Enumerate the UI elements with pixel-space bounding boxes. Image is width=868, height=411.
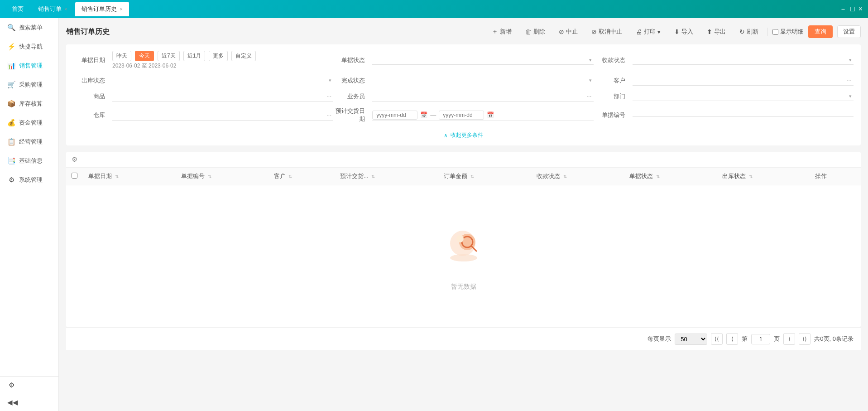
collapse-arrow-icon: ∧ — [444, 132, 448, 139]
query-button[interactable]: 查询 — [808, 25, 833, 38]
sidebar-item-quick-nav[interactable]: ⚡ 快捷导航 — [0, 37, 58, 56]
maximize-button[interactable]: □ — [850, 5, 855, 13]
col-order-amount-sort[interactable]: ⇅ — [470, 174, 474, 179]
date-range-display: 2023-06-02 至 2023-06-02 — [112, 62, 333, 70]
filter-row-4: 仓库 ··· 预计交货日期 📅 — 📅 — [73, 107, 854, 123]
sidebar-collapse[interactable]: ◀◀ — [0, 394, 58, 411]
table-toolbar-row: ⚙ — [66, 152, 861, 168]
warehouse-dots[interactable]: ··· — [326, 111, 332, 119]
sidebar-item-system[interactable]: ⚙ 系统管理 — [0, 170, 58, 189]
payment-status-control[interactable]: ▾ — [633, 56, 854, 65]
tab-home[interactable]: 首页 — [5, 2, 30, 16]
complete-status-control[interactable]: ▾ — [372, 76, 593, 85]
tab-sales-history-close[interactable]: × — [120, 6, 122, 12]
delete-button[interactable]: 🗑 删除 — [521, 25, 550, 38]
empty-icon — [441, 222, 486, 276]
delivery-date-label: 预计交货日期 — [333, 107, 365, 123]
cancel-stop-button[interactable]: ⊘ 取消中止 — [587, 25, 627, 38]
settings-button[interactable]: 设置 — [837, 25, 861, 38]
minimize-button[interactable]: － — [839, 5, 847, 14]
window-controls: － □ × — [839, 5, 863, 14]
col-bill-status-sort[interactable]: ⇅ — [656, 174, 660, 179]
tab-sales-order-close[interactable]: × — [64, 6, 67, 12]
filter-stock-status: 出库状态 ▾ — [73, 76, 333, 85]
date-btn-more[interactable]: 更多 — [209, 51, 228, 61]
page-size-select[interactable]: 10 20 50 100 — [675, 334, 707, 345]
sidebar-item-inventory[interactable]: 📦 库存核算 — [0, 94, 58, 113]
col-bill-number-sort[interactable]: ⇅ — [208, 174, 211, 179]
last-page-button[interactable]: ⟩⟩ — [799, 333, 810, 345]
col-payment-status-sort[interactable]: ⇅ — [563, 174, 567, 179]
purchase-mgmt-icon: 🛒 — [7, 81, 15, 89]
col-payment-status-label: 收款状态 — [537, 173, 560, 179]
sidebar-item-inventory-label: 库存核算 — [19, 100, 43, 108]
date-from: 2023-06-02 — [112, 63, 140, 69]
sidebar-item-operations[interactable]: 📋 经营管理 — [0, 132, 58, 151]
delivery-date-from-calendar-icon[interactable]: 📅 — [420, 111, 427, 118]
display-cols-checkbox[interactable]: 显示明细 — [772, 28, 804, 36]
sales-rep-control[interactable]: ··· — [372, 91, 593, 102]
bill-status-control[interactable]: ▾ — [372, 56, 593, 65]
delivery-date-to-calendar-icon[interactable]: 📅 — [487, 111, 494, 118]
sidebar-item-base-info[interactable]: 📑 基础信息 — [0, 151, 58, 170]
sidebar-item-purchase-mgmt[interactable]: 🛒 采购管理 — [0, 75, 58, 94]
col-checkbox — [66, 168, 83, 185]
customer-dots[interactable]: ··· — [846, 77, 852, 84]
col-bill-status-label: 单据状态 — [629, 173, 653, 179]
import-button[interactable]: ⬇ 导入 — [670, 25, 698, 38]
new-button[interactable]: ＋ 新增 — [487, 25, 516, 38]
sidebar-settings-gear[interactable]: ⚙ — [0, 377, 58, 394]
collapse-label: 收起更多条件 — [451, 131, 483, 139]
goods-control[interactable]: ··· — [112, 91, 333, 102]
svg-point-5 — [456, 235, 464, 242]
export-button[interactable]: ⬆ 导出 — [702, 25, 730, 38]
display-cols-input[interactable] — [772, 29, 778, 35]
print-button[interactable]: 🖨 打印 ▾ — [631, 25, 665, 38]
delivery-date-range-separator: — — [430, 111, 436, 118]
date-to: 2023-06-02 — [149, 63, 176, 69]
col-stock-status-sort[interactable]: ⇅ — [749, 174, 753, 179]
date-btn-today[interactable]: 今天 — [135, 51, 154, 61]
main-content: 销售订单历史 ＋ 新增 🗑 删除 ⊘ 中止 ⊘ 取消中止 — [59, 18, 868, 411]
delivery-date-from[interactable] — [372, 111, 417, 120]
table-settings-icon[interactable]: ⚙ — [72, 155, 77, 164]
bill-number-control[interactable] — [633, 114, 854, 117]
filter-customer: 客户 ··· — [594, 75, 854, 86]
collapse-bar[interactable]: ∧ 收起更多条件 — [73, 129, 854, 139]
query-button-label: 查询 — [815, 28, 826, 36]
sidebar-item-search-menu[interactable]: 🔍 搜索菜单 — [0, 18, 58, 37]
department-control[interactable]: ▾ — [633, 92, 854, 101]
col-customer-sort[interactable]: ⇅ — [288, 174, 292, 179]
select-all-checkbox[interactable] — [72, 173, 77, 179]
sidebar-item-finance[interactable]: 💰 资金管理 — [0, 113, 58, 132]
empty-state: 暂无数据 — [66, 185, 861, 327]
delivery-date-to[interactable] — [439, 111, 484, 120]
col-order-amount: 订单金额 ⇅ — [438, 168, 531, 185]
sidebar-item-sales-mgmt[interactable]: 📊 销售管理 — [0, 56, 58, 75]
date-btn-1month[interactable]: 近1月 — [183, 51, 206, 61]
filter-bill-number: 单据编号 — [594, 111, 854, 119]
warehouse-control[interactable]: ··· — [112, 110, 333, 121]
sales-rep-dots[interactable]: ··· — [586, 92, 592, 100]
close-button[interactable]: × — [858, 5, 863, 13]
col-bill-date-sort[interactable]: ⇅ — [115, 174, 119, 179]
tab-sales-history[interactable]: 销售订单历史 × — [75, 2, 129, 16]
refresh-button[interactable]: ↻ 刷新 — [735, 25, 763, 38]
first-page-button[interactable]: ⟨⟨ — [711, 333, 723, 345]
next-page-button[interactable]: ⟩ — [783, 333, 795, 345]
filter-row-2: 出库状态 ▾ 完成状态 ▾ 客户 — [73, 75, 854, 86]
stock-status-control[interactable]: ▾ — [112, 76, 333, 85]
warehouse-label: 仓库 — [73, 111, 105, 119]
prev-page-button[interactable]: ⟨ — [726, 333, 738, 345]
date-btn-custom[interactable]: 自定义 — [231, 51, 256, 61]
stop-button[interactable]: ⊘ 中止 — [554, 25, 582, 38]
customer-control[interactable]: ··· — [633, 75, 854, 86]
col-delivery-date-sort[interactable]: ⇅ — [371, 174, 375, 179]
date-btn-7days[interactable]: 近7天 — [158, 51, 180, 61]
goods-dots[interactable]: ··· — [326, 92, 332, 100]
current-page-input[interactable] — [751, 334, 770, 344]
export-button-label: 导出 — [714, 28, 726, 36]
tab-sales-order[interactable]: 销售订单 × — [32, 2, 73, 16]
delete-button-label: 删除 — [533, 28, 545, 36]
date-btn-yesterday[interactable]: 昨天 — [112, 51, 131, 61]
